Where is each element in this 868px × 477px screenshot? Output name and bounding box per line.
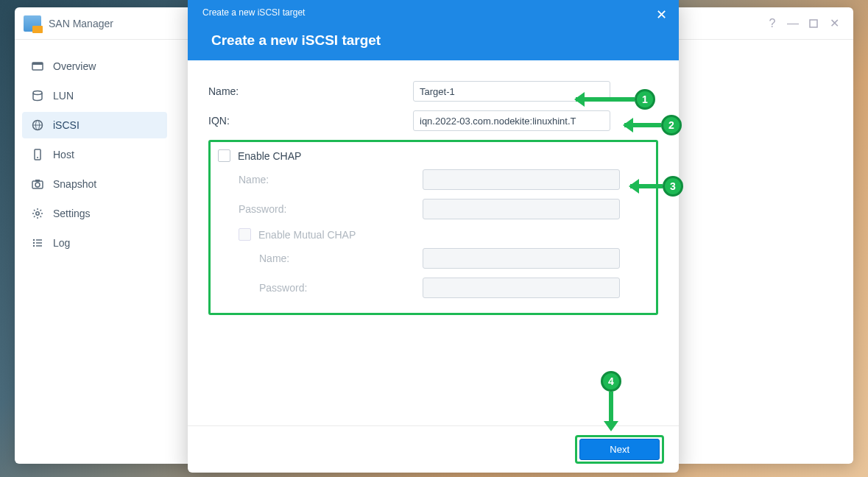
disk-icon	[31, 90, 44, 102]
create-target-dialog: Create a new iSCSI target Create a new i…	[188, 0, 679, 473]
svg-rect-11	[35, 180, 40, 182]
mutual-chap-label: Enable Mutual CHAP	[258, 229, 356, 241]
annotation-arrow-2	[624, 123, 661, 127]
dashboard-icon	[31, 60, 44, 72]
annotation-arrow-1	[576, 97, 635, 102]
chap-name-label: Name:	[239, 174, 423, 186]
annotation-arrow-4	[609, 392, 613, 428]
close-icon[interactable]: ✕	[652, 6, 670, 24]
sidebar-item-iscsi[interactable]: iSCSI	[22, 112, 167, 138]
app-title: SAN Manager	[49, 18, 113, 29]
camera-icon	[31, 178, 44, 190]
sidebar-item-label: iSCSI	[53, 119, 80, 131]
annotation-badge-2: 2	[661, 115, 682, 135]
mutual-name-row: Name:	[218, 248, 649, 269]
chap-password-label: Password:	[239, 203, 423, 215]
sidebar-item-label: LUN	[53, 90, 74, 102]
dialog-small-title: Create a new iSCSI target	[202, 7, 664, 18]
sidebar-item-snapshot[interactable]: Snapshot	[22, 171, 167, 197]
maximize-button[interactable]	[803, 13, 824, 34]
gear-icon	[31, 208, 44, 219]
enable-chap-label: Enable CHAP	[238, 150, 301, 162]
svg-point-10	[35, 183, 40, 187]
iqn-row: IQN:	[208, 110, 658, 131]
sidebar-item-label: Log	[53, 237, 70, 249]
mutual-password-row: Password:	[218, 278, 649, 298]
annotation-badge-3: 3	[663, 176, 683, 197]
annotation-badge-1: 1	[635, 89, 655, 110]
mutual-name-input	[423, 248, 620, 269]
svg-point-15	[33, 245, 35, 247]
dialog-big-title: Create a new iSCSI target	[211, 32, 664, 49]
svg-rect-0	[810, 20, 817, 27]
next-button[interactable]: Next	[579, 439, 660, 460]
mutual-chap-checkbox	[239, 228, 251, 241]
app-icon	[24, 15, 41, 32]
svg-point-3	[33, 91, 42, 95]
annotation-badge-4: 4	[601, 371, 621, 392]
list-icon	[31, 237, 44, 249]
host-icon	[31, 149, 44, 160]
mutual-password-label: Password:	[259, 282, 423, 294]
chap-password-input	[423, 199, 620, 219]
sidebar-item-log[interactable]: Log	[22, 230, 167, 256]
iqn-label: IQN:	[208, 115, 413, 127]
name-label: Name:	[208, 85, 413, 97]
annotation-arrow-3	[630, 184, 663, 188]
sidebar-item-label: Snapshot	[53, 178, 96, 190]
globe-icon	[31, 119, 44, 131]
svg-point-12	[36, 212, 39, 215]
dialog-header: Create a new iSCSI target Create a new i…	[188, 0, 679, 60]
svg-point-8	[37, 157, 38, 158]
help-button[interactable]: ?	[762, 13, 783, 34]
svg-point-13	[33, 239, 35, 241]
mutual-password-input	[423, 278, 620, 298]
svg-point-14	[33, 242, 35, 244]
sidebar-item-label: Host	[53, 149, 74, 160]
dialog-body: Name: IQN: Enable CHAP Name: Password: E…	[188, 60, 679, 425]
chap-section: Enable CHAP Name: Password: Enable Mutua…	[208, 140, 658, 315]
mutual-chap-row: Enable Mutual CHAP	[218, 228, 649, 241]
chap-password-row: Password:	[218, 199, 649, 219]
minimize-button[interactable]: —	[783, 13, 803, 34]
enable-chap-row[interactable]: Enable CHAP	[218, 149, 649, 162]
sidebar-item-settings[interactable]: Settings	[22, 200, 167, 227]
sidebar-item-overview[interactable]: Overview	[22, 53, 167, 80]
chap-name-row: Name:	[218, 169, 649, 190]
iqn-input[interactable]	[413, 110, 610, 131]
svg-rect-2	[32, 63, 43, 65]
sidebar-item-label: Settings	[53, 208, 91, 219]
chap-name-input	[423, 169, 620, 190]
sidebar-item-label: Overview	[53, 60, 96, 72]
mutual-name-label: Name:	[259, 252, 423, 264]
close-button[interactable]: ✕	[824, 13, 844, 34]
sidebar-item-host[interactable]: Host	[22, 141, 167, 168]
sidebar: Overview LUN iSCSI Host	[15, 40, 174, 464]
sidebar-item-lun[interactable]: LUN	[22, 82, 167, 109]
enable-chap-checkbox[interactable]	[218, 149, 230, 162]
next-button-highlight: Next	[575, 435, 664, 464]
